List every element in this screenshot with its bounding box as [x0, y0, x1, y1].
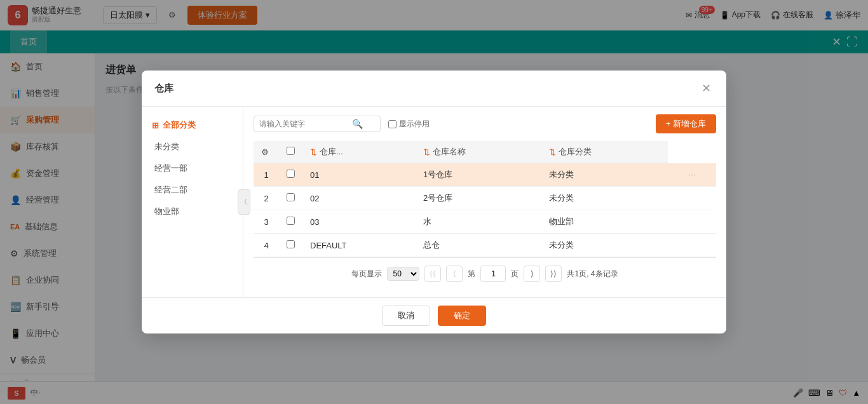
- show-disabled-checkbox[interactable]: [388, 120, 397, 128]
- search-icon[interactable]: 🔍: [352, 119, 363, 129]
- per-page-select[interactable]: 50 100: [387, 267, 419, 281]
- row-checkbox[interactable]: [287, 240, 295, 248]
- row-number: 1: [254, 163, 279, 187]
- modal-title: 仓库: [154, 83, 173, 95]
- row-checkbox-cell: [279, 234, 302, 257]
- modal-header: 仓库 ✕: [142, 71, 726, 107]
- row-category-cell: 未分类: [541, 187, 668, 210]
- row-code-cell: 03: [302, 210, 416, 234]
- warehouse-modal: 仓库 ✕ ⊞ 全部分类 未分类 经营一部 经营二部: [142, 71, 726, 333]
- row-number: 3: [254, 210, 279, 234]
- col-checkbox: [279, 141, 302, 163]
- category-all-header[interactable]: ⊞ 全部分类: [142, 114, 243, 136]
- grid-icon: ⊞: [152, 121, 159, 130]
- sort-icon-name: ⇅: [423, 147, 430, 157]
- last-page-button[interactable]: ⟩⟩: [545, 266, 562, 282]
- first-page-button[interactable]: ⟨⟨: [424, 266, 441, 282]
- modal-body: ⊞ 全部分类 未分类 经营一部 经营二部 物业部 《: [142, 107, 726, 297]
- col-category: ⇅ 仓库分类: [541, 141, 668, 163]
- row-name-cell: 水: [416, 210, 542, 234]
- row-category-cell: 未分类: [541, 234, 668, 257]
- category-item-dept1[interactable]: 经营一部: [142, 158, 243, 179]
- row-number: 4: [254, 234, 279, 257]
- row-actions-cell: [668, 210, 716, 234]
- row-checkbox[interactable]: [287, 217, 295, 225]
- confirm-button[interactable]: 确定: [438, 306, 486, 326]
- prev-page-button[interactable]: ⟨: [446, 266, 463, 282]
- row-code-cell: 02: [302, 187, 416, 210]
- row-checkbox[interactable]: [287, 170, 295, 178]
- modal-footer: 取消 确定: [142, 297, 726, 333]
- col-settings: ⚙: [254, 141, 279, 163]
- table-row[interactable]: 3 03 水 物业部: [254, 210, 716, 234]
- cancel-button[interactable]: 取消: [382, 306, 430, 326]
- table-row[interactable]: 1 01 1号仓库 未分类 ···: [254, 163, 716, 187]
- row-actions-cell: [668, 187, 716, 210]
- category-item-dept2[interactable]: 经营二部: [142, 179, 243, 201]
- table-row[interactable]: 4 DEFAULT 总仓 未分类: [254, 234, 716, 257]
- row-checkbox-cell: [279, 210, 302, 234]
- table-toolbar: 🔍 显示停用 + 新增仓库: [254, 114, 716, 133]
- row-actions-cell: ···: [668, 163, 716, 187]
- page-number-input[interactable]: [480, 266, 506, 282]
- col-name: ⇅ 仓库名称: [416, 141, 542, 163]
- warehouse-table: ⚙ ⇅ 仓库...: [254, 141, 716, 257]
- row-checkbox-cell: [279, 163, 302, 187]
- search-input[interactable]: [259, 119, 348, 128]
- category-item-unclassified[interactable]: 未分类: [142, 136, 243, 158]
- add-warehouse-button[interactable]: + 新增仓库: [656, 114, 716, 133]
- select-all-checkbox[interactable]: [287, 147, 295, 155]
- row-name-cell: 总仓: [416, 234, 542, 257]
- modal-close-button[interactable]: ✕: [698, 81, 714, 96]
- table-panel: 🔍 显示停用 + 新增仓库 ⚙: [243, 107, 726, 297]
- row-checkbox[interactable]: [287, 193, 295, 201]
- collapse-panel-button[interactable]: 《: [238, 189, 250, 215]
- row-category-cell: 物业部: [541, 210, 668, 234]
- pagination: 每页显示 50 100 ⟨⟨ ⟨ 第 页 ⟩ ⟩⟩ 共1页, 4条记录: [254, 257, 716, 290]
- col-code: ⇅ 仓库...: [302, 141, 416, 163]
- row-name-cell: 1号仓库: [416, 163, 542, 187]
- row-name-cell: 2号仓库: [416, 187, 542, 210]
- row-category-cell: 未分类: [541, 163, 668, 187]
- category-panel: ⊞ 全部分类 未分类 经营一部 经营二部 物业部 《: [142, 107, 243, 297]
- sort-icon-code: ⇅: [310, 147, 317, 157]
- more-actions-icon[interactable]: ···: [689, 170, 696, 179]
- show-disabled-label[interactable]: 显示停用: [388, 119, 430, 130]
- modal-overlay[interactable]: 仓库 ✕ ⊞ 全部分类 未分类 经营一部 经营二部: [0, 0, 868, 404]
- next-page-button[interactable]: ⟩: [524, 266, 540, 282]
- search-wrapper: 🔍: [254, 116, 381, 132]
- row-code-cell: DEFAULT: [302, 234, 416, 257]
- row-code-cell: 01: [302, 163, 416, 187]
- row-checkbox-cell: [279, 187, 302, 210]
- sort-icon-cat: ⇅: [549, 147, 556, 157]
- row-actions-cell: [668, 234, 716, 257]
- row-number: 2: [254, 187, 279, 210]
- table-row[interactable]: 2 02 2号仓库 未分类: [254, 187, 716, 210]
- category-item-property[interactable]: 物业部: [142, 201, 243, 222]
